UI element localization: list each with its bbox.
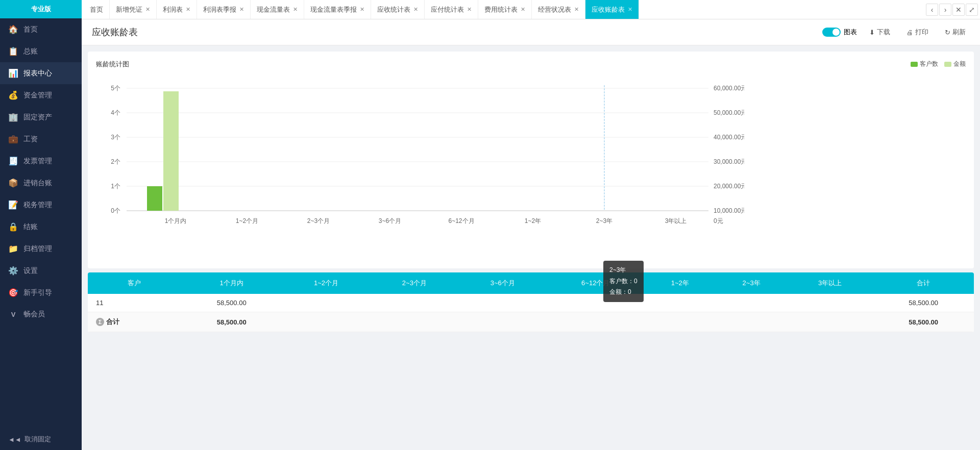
tab-profit-quarter-close[interactable]: ✕ — [239, 6, 244, 13]
tab-expand-button[interactable]: ⤢ — [966, 4, 978, 16]
tab-profit[interactable]: 利润表 ✕ — [157, 0, 197, 19]
tab-home[interactable]: 首页 — [84, 0, 110, 19]
table-header-row: 客户 1个月内 1~2个月 2~3个月 3~6个月 6~12个月 1~2年 2~… — [88, 272, 974, 294]
legend-amount-color — [944, 62, 951, 67]
tab-next-button[interactable]: › — [939, 4, 951, 16]
asset-icon: 🏢 — [8, 112, 18, 122]
sidebar-item-settings[interactable]: ⚙️ 设置 — [0, 260, 82, 282]
sidebar-item-purchase[interactable]: 📦 进销台账 — [0, 172, 82, 194]
chart-toggle-wrap: 图表 — [822, 28, 857, 37]
sidebar-toggle-pin[interactable]: ◄◄ 取消固定 — [0, 429, 82, 450]
svg-text:6~12个月: 6~12个月 — [448, 217, 474, 224]
sidebar-item-vip[interactable]: V 畅会员 — [0, 304, 82, 325]
tab-cashflow[interactable]: 现金流量表 ✕ — [251, 0, 304, 19]
col-total: 合计 — [873, 272, 974, 294]
settings-icon: ⚙️ — [8, 266, 18, 276]
svg-text:3年以上: 3年以上 — [665, 217, 687, 224]
tab-operation[interactable]: 经营状况表 ✕ — [532, 0, 585, 19]
tab-prev-button[interactable]: ‹ — [926, 4, 938, 16]
tab-receivable-stat-close[interactable]: ✕ — [413, 6, 418, 13]
cell-total-y12 — [644, 312, 716, 332]
chart-toggle[interactable] — [822, 28, 841, 37]
sidebar-item-invoice[interactable]: 🧾 发票管理 — [0, 150, 82, 172]
ledger-icon: 📋 — [8, 46, 18, 56]
sidebar-item-salary[interactable]: 💼 工资 — [0, 128, 82, 150]
tab-cashflow-quarter-close[interactable]: ✕ — [360, 6, 364, 13]
sidebar-item-ledger[interactable]: 📋 总账 — [0, 40, 82, 62]
svg-text:2~3个月: 2~3个月 — [307, 217, 330, 224]
bar-amount-0[interactable] — [163, 91, 179, 211]
svg-text:20,000.00元: 20,000.00元 — [714, 183, 744, 190]
guide-icon: 🎯 — [8, 288, 18, 297]
sidebar-item-asset[interactable]: 🏢 固定资产 — [0, 106, 82, 128]
legend-amount-label: 金额 — [953, 60, 966, 68]
tab-payable-stat-close[interactable]: ✕ — [467, 6, 472, 13]
cell-y12 — [644, 294, 716, 312]
svg-text:1~2个月: 1~2个月 — [236, 217, 258, 224]
tab-expense-stat-close[interactable]: ✕ — [521, 6, 525, 13]
tab-profit-close[interactable]: ✕ — [186, 6, 190, 13]
svg-text:60,000.00元: 60,000.00元 — [714, 85, 744, 92]
col-customer: 客户 — [88, 272, 181, 294]
tab-voucher-close[interactable]: ✕ — [145, 6, 150, 13]
tax-icon: 📝 — [8, 200, 18, 210]
svg-text:50,000.00元: 50,000.00元 — [714, 109, 744, 116]
chart-title: 账龄统计图 — [96, 60, 966, 69]
sidebar-item-report[interactable]: 📊 报表中心 — [0, 62, 82, 84]
col-y3plus: 3年以上 — [787, 272, 873, 294]
svg-text:3个: 3个 — [111, 134, 120, 141]
cell-total: 58,500.00 — [873, 294, 974, 312]
tab-aging[interactable]: 应收账龄表 ✕ — [585, 0, 639, 19]
print-icon: 🖨 — [906, 29, 913, 36]
tab-cashflow-close[interactable]: ✕ — [293, 6, 298, 13]
archive-icon: 📁 — [8, 244, 18, 254]
refresh-button[interactable]: ↻ 刷新 — [941, 26, 970, 39]
cell-m612 — [547, 294, 644, 312]
svg-text:40,000.00元: 40,000.00元 — [714, 134, 744, 141]
legend-customers-color — [911, 62, 918, 67]
svg-text:2~3年: 2~3年 — [596, 217, 612, 224]
col-m36: 3~6个月 — [458, 272, 547, 294]
main-content: 首页 新增凭证 ✕ 利润表 ✕ 利润表季报 ✕ 现金流量表 ✕ 现金流量表季报 … — [82, 0, 980, 450]
pin-icon: ◄◄ — [8, 436, 21, 443]
sidebar-item-archive[interactable]: 📁 归档管理 — [0, 238, 82, 260]
svg-text:3~6个月: 3~6个月 — [379, 217, 401, 224]
chart-svg: 5个 4个 3个 2个 1个 0个 60,000.00元 50,000.00元 … — [96, 75, 744, 259]
tab-cashflow-quarter[interactable]: 现金流量表季报 ✕ — [304, 0, 371, 19]
tab-voucher[interactable]: 新增凭证 ✕ — [110, 0, 157, 19]
tab-operation-close[interactable]: ✕ — [574, 6, 579, 13]
legend-amount: 金额 — [944, 60, 966, 68]
aging-table: 客户 1个月内 1~2个月 2~3个月 3~6个月 6~12个月 1~2年 2~… — [88, 272, 974, 332]
salary-icon: 💼 — [8, 134, 18, 144]
cell-m23 — [370, 294, 458, 312]
sidebar-item-tax[interactable]: 📝 税务管理 — [0, 194, 82, 216]
print-button[interactable]: 🖨 打印 — [902, 26, 933, 39]
tab-receivable-stat[interactable]: 应收统计表 ✕ — [371, 0, 425, 19]
vip-icon: V — [8, 311, 18, 318]
total-icon: Σ — [96, 318, 104, 326]
cell-m36 — [458, 294, 547, 312]
sidebar-item-closing[interactable]: 🔒 结账 — [0, 216, 82, 238]
cell-customer: 11 — [88, 294, 181, 312]
refresh-icon: ↻ — [945, 29, 950, 36]
sidebar-item-guide[interactable]: 🎯 新手引导 — [0, 282, 82, 304]
download-button[interactable]: ⬇ 下载 — [865, 26, 894, 39]
bar-customers-0[interactable] — [147, 186, 162, 211]
tab-aging-close[interactable]: ✕ — [628, 6, 632, 13]
tab-expense-stat[interactable]: 费用统计表 ✕ — [478, 0, 532, 19]
table-total-row: Σ 合计 58,500.00 58,500.00 — [88, 312, 974, 332]
chart-toggle-label: 图表 — [844, 28, 857, 37]
fund-icon: 💰 — [8, 90, 18, 100]
cell-total-m612 — [547, 312, 644, 332]
closing-icon: 🔒 — [8, 222, 18, 232]
cell-total-label: Σ 合计 — [88, 312, 181, 332]
sidebar-item-home[interactable]: 🏠 首页 — [0, 18, 82, 40]
tab-close-all-button[interactable]: ✕ — [952, 4, 965, 16]
page-content: 应收账龄表 图表 ⬇ 下载 🖨 打印 ↻ 刷新 — [82, 19, 980, 450]
sidebar-item-fund[interactable]: 💰 资金管理 — [0, 84, 82, 106]
tab-payable-stat[interactable]: 应付统计表 ✕ — [425, 0, 478, 19]
col-m1: 1个月内 — [181, 272, 282, 294]
header-actions: 图表 ⬇ 下载 🖨 打印 ↻ 刷新 — [822, 26, 970, 39]
svg-text:0元: 0元 — [714, 217, 723, 224]
tab-profit-quarter[interactable]: 利润表季报 ✕ — [197, 0, 251, 19]
